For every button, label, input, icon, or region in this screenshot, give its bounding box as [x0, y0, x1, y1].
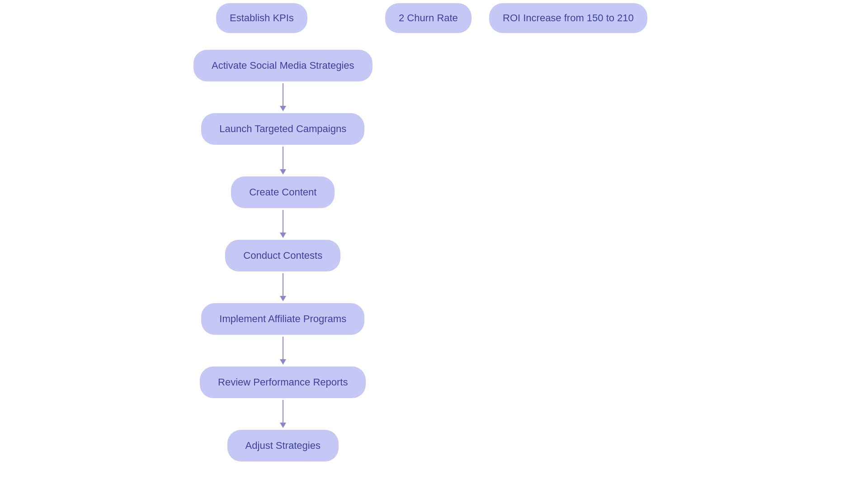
- arrow-line: [283, 400, 283, 423]
- flow-arrow-6: [280, 398, 286, 430]
- flow-node-adjust[interactable]: Adjust Strategies: [227, 430, 339, 461]
- flow-node-activate[interactable]: Activate Social Media Strategies: [193, 50, 373, 81]
- flow-node-create[interactable]: Create Content: [231, 176, 335, 208]
- arrow-line: [283, 147, 283, 169]
- arrow-head: [280, 169, 286, 175]
- arrow-line: [283, 337, 283, 359]
- flow-arrow-3: [280, 208, 286, 240]
- badge-churn: 2 Churn Rate: [385, 3, 472, 33]
- arrow-head: [280, 296, 286, 301]
- badge-establish: Establish KPIs: [216, 3, 307, 33]
- arrow-head: [280, 233, 286, 238]
- flow-arrow-4: [280, 271, 286, 303]
- flow-node-implement[interactable]: Implement Affiliate Programs: [201, 303, 364, 335]
- flowchart: Activate Social Media Strategies Launch …: [193, 50, 373, 461]
- arrow-head: [280, 423, 286, 428]
- flow-arrow-1: [280, 81, 286, 113]
- flow-arrow-5: [280, 335, 286, 366]
- flow-node-launch[interactable]: Launch Targeted Campaigns: [201, 113, 364, 145]
- arrow-line: [283, 210, 283, 233]
- arrow-line: [283, 83, 283, 106]
- badge-roi: ROI Increase from 150 to 210: [489, 3, 647, 33]
- flow-node-conduct[interactable]: Conduct Contests: [225, 240, 340, 271]
- arrow-head: [280, 359, 286, 365]
- flow-arrow-2: [280, 145, 286, 176]
- arrow-head: [280, 106, 286, 111]
- flow-node-review[interactable]: Review Performance Reports: [200, 366, 366, 398]
- arrow-line: [283, 273, 283, 296]
